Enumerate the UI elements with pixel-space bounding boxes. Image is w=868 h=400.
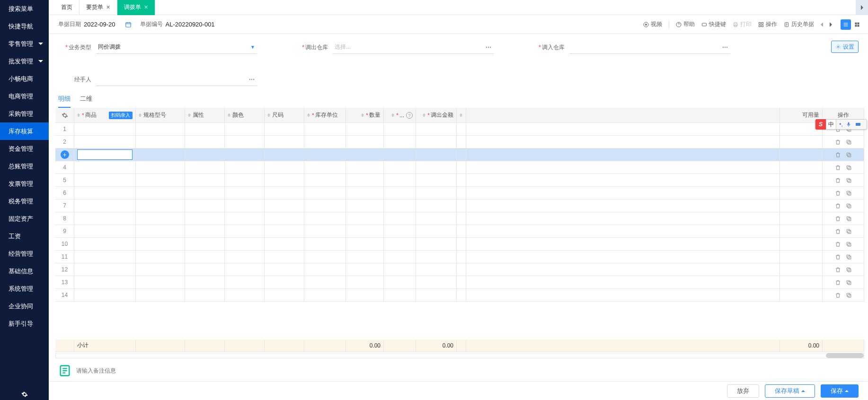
delete-row-icon[interactable]: [835, 267, 841, 273]
sidebar-item-9[interactable]: 总账管理: [0, 157, 49, 175]
sidebar-item-14[interactable]: 经营管理: [0, 245, 49, 262]
sidebar-item-17[interactable]: 企业协同: [0, 297, 49, 315]
horizontal-scrollbar[interactable]: [55, 353, 864, 358]
next-doc-icon[interactable]: [830, 22, 832, 27]
ellipsis-icon[interactable]: ⋯: [722, 44, 728, 51]
delete-row-icon[interactable]: [835, 216, 841, 222]
ime-keyboard-icon[interactable]: [855, 122, 865, 127]
table-row[interactable]: 8: [55, 212, 864, 225]
sidebar-item-0[interactable]: 搜索菜单: [0, 0, 49, 17]
scan-badge[interactable]: 扫码录入: [109, 112, 133, 119]
sidebar-settings-icon[interactable]: [0, 389, 49, 400]
table-row[interactable]: 14: [55, 289, 864, 302]
th-unit[interactable]: *库存单位: [304, 108, 346, 122]
ellipsis-icon[interactable]: ⋯: [249, 76, 255, 83]
tab-expand-button[interactable]: [856, 0, 868, 15]
delete-row-icon[interactable]: [835, 254, 841, 260]
th-amount[interactable]: *调出金额: [416, 108, 457, 122]
table-row[interactable]: 6: [55, 187, 864, 200]
sidebar-item-6[interactable]: 采购管理: [0, 105, 49, 122]
sidebar-item-8[interactable]: 资金管理: [0, 140, 49, 157]
sidebar-item-12[interactable]: 固定资产: [0, 210, 49, 227]
delete-row-icon[interactable]: [835, 203, 841, 209]
copy-row-icon[interactable]: [846, 292, 852, 298]
table-row[interactable]: 9: [55, 225, 864, 238]
settings-button[interactable]: 设置: [831, 41, 859, 53]
th-price[interactable]: *...?: [384, 108, 416, 122]
ime-widget[interactable]: S 中 •,: [815, 119, 867, 130]
view-mode-grid[interactable]: [852, 19, 862, 30]
sidebar-item-16[interactable]: 系统管理: [0, 280, 49, 297]
th-attr[interactable]: 属性: [185, 108, 225, 122]
sidebar-item-4[interactable]: 小畅电商: [0, 70, 49, 87]
sidebar-item-18[interactable]: 新手引导: [0, 315, 49, 332]
tab-1[interactable]: 要货单✕: [80, 0, 117, 15]
delete-row-icon[interactable]: [835, 241, 841, 247]
abandon-button[interactable]: 放弃: [727, 384, 759, 398]
toolbar-print[interactable]: 打印: [733, 20, 752, 28]
doc-date-value[interactable]: 2022-09-20: [84, 21, 115, 28]
th-spec[interactable]: 规格型号: [136, 108, 185, 122]
help-icon[interactable]: ?: [406, 112, 413, 119]
table-row[interactable]: 12: [55, 263, 864, 276]
toolbar-operate[interactable]: 操作: [758, 20, 777, 28]
sidebar-item-15[interactable]: 基础信息: [0, 262, 49, 280]
delete-row-icon[interactable]: [835, 292, 841, 298]
view-mode-list[interactable]: [841, 19, 851, 30]
ime-language[interactable]: 中: [826, 120, 836, 129]
remark-input[interactable]: [76, 367, 859, 374]
toolbar-shortcut[interactable]: 快捷键: [701, 20, 726, 28]
table-row[interactable]: 10: [55, 238, 864, 251]
table-row[interactable]: 2: [55, 136, 864, 148]
table-row[interactable]: 11: [55, 251, 864, 263]
copy-row-icon[interactable]: [846, 177, 852, 183]
copy-row-icon[interactable]: [846, 190, 852, 196]
ime-punct-icon[interactable]: •,: [836, 121, 846, 128]
toolbar-help[interactable]: 帮助: [676, 20, 695, 28]
copy-row-icon[interactable]: [846, 254, 852, 260]
sidebar-item-5[interactable]: 电商管理: [0, 87, 49, 105]
sidebar-item-13[interactable]: 工资: [0, 227, 49, 245]
delete-row-icon[interactable]: [835, 190, 841, 196]
table-row[interactable]: 4: [55, 161, 864, 174]
copy-row-icon[interactable]: [846, 152, 852, 158]
add-row-button[interactable]: +: [61, 150, 69, 159]
toolbar-video[interactable]: 视频: [643, 20, 662, 28]
delete-row-icon[interactable]: [835, 165, 841, 171]
tab-0[interactable]: 首页: [54, 0, 80, 15]
calendar-icon[interactable]: [125, 21, 132, 28]
th-color[interactable]: 颜色: [225, 108, 265, 122]
copy-row-icon[interactable]: [846, 267, 852, 273]
ime-mic-icon[interactable]: [846, 122, 855, 127]
th-size[interactable]: 尺码: [265, 108, 304, 122]
out-wh-field[interactable]: 选择... ⋯: [333, 41, 494, 54]
delete-row-icon[interactable]: [835, 279, 841, 286]
in-wh-field[interactable]: ⋯: [569, 41, 730, 54]
product-input[interactable]: [77, 149, 133, 160]
ellipsis-icon[interactable]: ⋯: [486, 44, 492, 51]
tab-2[interactable]: 调拨单✕: [117, 0, 155, 15]
copy-row-icon[interactable]: [846, 216, 852, 222]
close-icon[interactable]: ✕: [106, 4, 110, 10]
prev-doc-icon[interactable]: [821, 22, 823, 27]
sidebar-item-11[interactable]: 税务管理: [0, 192, 49, 210]
column-config-button[interactable]: [55, 108, 74, 122]
delete-row-icon[interactable]: [835, 177, 841, 183]
tab-matrix[interactable]: 二维: [80, 93, 92, 108]
tab-detail[interactable]: 明细: [58, 93, 71, 108]
save-draft-button[interactable]: 保存草稿: [765, 384, 815, 398]
toolbar-history[interactable]: 历史单据: [784, 20, 814, 28]
copy-row-icon[interactable]: [846, 228, 852, 235]
th-product[interactable]: *商品扫码录入: [74, 108, 136, 122]
handler-field[interactable]: ⋯: [96, 73, 257, 86]
sidebar-item-3[interactable]: 批发管理: [0, 52, 49, 70]
delete-row-icon[interactable]: [835, 228, 841, 235]
sidebar-item-1[interactable]: 快捷导航: [0, 17, 49, 35]
th-qty[interactable]: *数量: [346, 108, 384, 122]
copy-row-icon[interactable]: [846, 139, 852, 145]
sidebar-item-7[interactable]: 库存核算: [0, 122, 49, 140]
table-row[interactable]: +: [55, 148, 864, 161]
table-row[interactable]: 13: [55, 276, 864, 289]
save-button[interactable]: 保存: [821, 384, 859, 398]
copy-row-icon[interactable]: [846, 165, 852, 171]
